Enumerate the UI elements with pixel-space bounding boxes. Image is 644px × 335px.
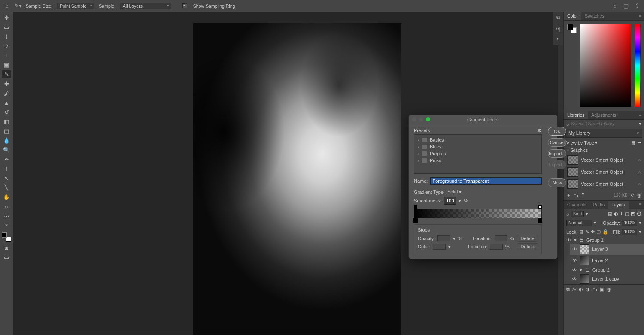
color-stop[interactable]	[538, 218, 542, 223]
layer-row[interactable]: 👁Layer 2	[570, 255, 644, 266]
preset-list[interactable]: ▸Basics ▸Blues ▸Purples ▸Pinks	[414, 134, 542, 174]
frame-tool[interactable]: ▣	[2, 61, 11, 69]
sample-dropdown[interactable]: All Layers	[120, 3, 171, 9]
tab-swatches[interactable]: Swatches	[581, 12, 608, 20]
libraries-menu-icon[interactable]: ≡	[636, 111, 644, 119]
layer-row[interactable]: 👁▾🗀Group 1	[564, 236, 644, 244]
sample-size-dropdown[interactable]: Point Sample	[57, 3, 94, 9]
upload-icon[interactable]: ⤒	[581, 193, 585, 198]
layer-row[interactable]: 👁▸🗀Group 2	[570, 266, 644, 273]
preset-folder[interactable]: ▸Pinks	[414, 157, 541, 164]
fgbg-swatch[interactable]	[567, 24, 577, 33]
color-panel-menu-icon[interactable]: ≡	[636, 12, 644, 20]
library-search-input[interactable]	[571, 121, 637, 126]
wand-tool[interactable]: ✧	[2, 42, 11, 50]
group-icon[interactable]: 🗀	[592, 287, 597, 292]
filter-smart-icon[interactable]: ◩	[631, 211, 635, 217]
search-icon[interactable]: ⌕	[611, 3, 618, 9]
minimize-window-icon[interactable]	[419, 117, 423, 121]
lock-pos-icon[interactable]: ✥	[591, 229, 595, 235]
home-icon[interactable]: ⌂	[3, 3, 10, 9]
library-dropdown[interactable]: My Library	[565, 129, 642, 138]
share-icon[interactable]: ⇪	[634, 3, 641, 9]
tab-color[interactable]: Color	[564, 12, 581, 20]
filter-pixel-icon[interactable]: ▧	[608, 211, 612, 217]
color-picker[interactable]	[564, 21, 644, 111]
move-tool[interactable]: ✥	[2, 14, 11, 21]
eraser-tool[interactable]: ◧	[2, 118, 11, 125]
adjustment-icon[interactable]: ◑	[586, 287, 590, 292]
layer-thumb[interactable]	[580, 256, 589, 265]
list-view-icon[interactable]: ☰	[637, 140, 641, 145]
filter-adj-icon[interactable]: ◐	[614, 211, 618, 217]
paragraph-panel-icon[interactable]: ¶	[557, 37, 559, 43]
tab-paths[interactable]: Paths	[589, 201, 608, 209]
character-panel-icon[interactable]: A|	[556, 26, 560, 32]
link-icon[interactable]: ⧉	[566, 287, 570, 292]
gradient-name-input[interactable]: Foreground to Transparent	[430, 177, 542, 185]
path-tool[interactable]: ↖	[2, 174, 11, 182]
show-ring-checkbox[interactable]	[182, 3, 187, 8]
filter-shape-icon[interactable]: ▢	[625, 211, 629, 217]
crop-tool[interactable]: ⟂	[2, 51, 11, 59]
screenmode-icon[interactable]: ▭	[2, 253, 11, 261]
new-layer-icon[interactable]: ▣	[600, 287, 604, 292]
kind-filter[interactable]: Kind	[571, 211, 584, 217]
close-window-icon[interactable]	[412, 117, 416, 121]
hand-tool[interactable]: ✋	[2, 193, 11, 201]
grid-view-icon[interactable]: ▦	[631, 140, 635, 145]
folder-icon[interactable]: 🗀	[574, 193, 578, 198]
filter-toggle[interactable]: ⏻	[637, 211, 641, 217]
fg-bg-colors[interactable]	[2, 232, 11, 242]
history-panel-icon[interactable]: ⧉	[556, 15, 560, 21]
gradient-type-dropdown[interactable]: Solid ▾	[447, 189, 462, 195]
sync-icon[interactable]: ⟲	[630, 193, 634, 198]
preset-folder[interactable]: ▸Blues	[414, 143, 541, 150]
type-tool[interactable]: T	[2, 165, 11, 172]
graphics-group[interactable]: Graphics	[564, 147, 644, 154]
dodge-tool[interactable]: 🔍	[2, 146, 11, 154]
layers-menu-icon[interactable]: ≡	[636, 201, 644, 209]
opacity-stop[interactable]	[538, 205, 542, 209]
layer-thumb[interactable]	[580, 274, 589, 284]
layer-row[interactable]: 👁Layer 1 copy	[570, 273, 644, 284]
heal-tool[interactable]: ✚	[2, 80, 11, 88]
cancel-button[interactable]: Cancel	[548, 138, 566, 147]
eyedropper-tool[interactable]: ✎	[2, 70, 11, 78]
list-item[interactable]: Vector Smart ObjectA	[564, 178, 644, 190]
line-tool[interactable]: ╲	[2, 184, 11, 191]
opacity-stop[interactable]	[414, 205, 417, 209]
fx-icon[interactable]: fx	[572, 287, 576, 292]
zoom-tool[interactable]: ⌕	[2, 202, 11, 210]
fill-field[interactable]: 100%	[622, 229, 637, 235]
layer-thumb[interactable]	[580, 244, 589, 254]
new-button[interactable]: New	[548, 178, 566, 187]
quickmask-icon[interactable]: ◙	[2, 244, 11, 251]
pen-tool[interactable]: ✒	[2, 155, 11, 163]
marquee-tool[interactable]: ▭	[2, 23, 11, 31]
ok-button[interactable]: OK	[548, 127, 566, 136]
presets-gear-icon[interactable]: ⚙	[538, 128, 542, 133]
lock-all-icon[interactable]: 🔒	[602, 229, 608, 235]
brush-tool[interactable]: 🖌	[2, 89, 11, 97]
more-tools[interactable]: ⋯	[2, 212, 11, 220]
lock-trans-icon[interactable]: ▦	[579, 229, 583, 235]
color-stop[interactable]	[413, 218, 418, 223]
blend-mode-dropdown[interactable]: Normal	[566, 220, 592, 226]
workspace-icon[interactable]: ▢	[623, 3, 629, 9]
stamp-tool[interactable]: ▲	[2, 99, 11, 106]
list-item[interactable]: Vector Smart ObjectA	[564, 154, 644, 166]
swap-colors-icon[interactable]: ⤭	[2, 221, 11, 229]
preset-folder[interactable]: ▸Basics	[414, 136, 541, 143]
smoothness-input[interactable]: 100	[444, 197, 456, 205]
opacity-field[interactable]: 100%	[622, 220, 637, 226]
delete-layer-icon[interactable]: 🗑	[607, 287, 611, 292]
lock-paint-icon[interactable]: ✎	[585, 229, 589, 235]
lock-nest-icon[interactable]: ▢	[596, 229, 601, 235]
hue-slider[interactable]	[635, 24, 641, 107]
visibility-icon[interactable]: 👁	[571, 258, 577, 263]
trash-icon[interactable]: 🗑	[637, 193, 641, 198]
layer-row[interactable]: 👁Layer 3	[570, 244, 644, 255]
visibility-icon[interactable]: 👁	[571, 276, 577, 281]
mask-icon[interactable]: ◐	[579, 287, 583, 292]
